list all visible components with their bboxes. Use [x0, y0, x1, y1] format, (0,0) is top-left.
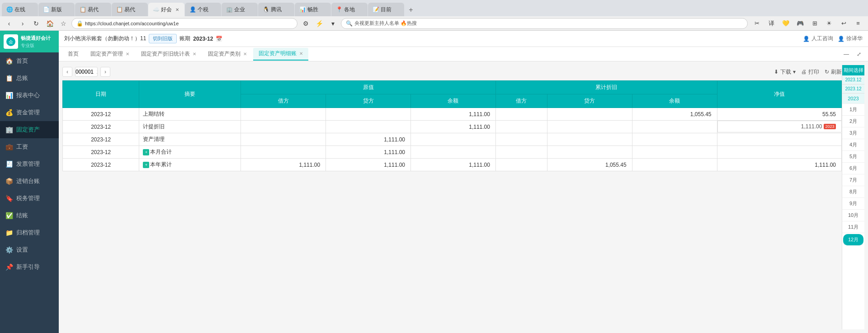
report-icon: 📊	[5, 92, 13, 99]
period-month-7[interactable]: 7月	[842, 174, 864, 186]
browser-tab-online[interactable]: 🌐 在线	[2, 3, 38, 16]
sidebar-item-reports[interactable]: 📊 报表中心	[0, 87, 59, 104]
dropdown-btn[interactable]: ▾	[327, 18, 338, 29]
company-info: 刘小艳演示账套（勿删勿动！）11 切到旧版 账期 2023-12 📅	[64, 34, 222, 43]
row2-orig-debit	[241, 121, 326, 133]
page-input[interactable]	[75, 67, 98, 77]
browser-tab-new[interactable]: 📄 新版	[38, 3, 75, 16]
search-bar[interactable]: 🔍 央视更新主持人名单 🔥热搜	[341, 18, 748, 29]
period-selected-end[interactable]: 2023.12	[842, 84, 864, 94]
th-original-value: 原值	[241, 81, 496, 94]
period-month-5[interactable]: 5月	[842, 151, 864, 163]
browser-tab-haokuai[interactable]: ☁️ 好会 ✕	[148, 3, 184, 16]
tab-home[interactable]: 首页	[62, 48, 84, 61]
browser-tab-muqian[interactable]: 📝 目前	[368, 3, 404, 16]
pagination-bar: ‹ › ⬇ 下载 ▾ 🖨 打印 ↻	[62, 65, 842, 80]
sidebar-item-fixed-assets[interactable]: 🏢 固定资产	[0, 121, 59, 138]
address-bar[interactable]: 🔒 https://cloud.chanjet.com/accounting/u…	[71, 18, 297, 29]
sidebar-item-close-period[interactable]: ✅ 结账	[0, 207, 59, 224]
game-icon[interactable]: 🎮	[794, 17, 807, 30]
search-icon: 🔍	[346, 20, 353, 27]
home-button[interactable]: 🏠	[44, 18, 55, 29]
period-month-1[interactable]: 1月	[842, 104, 864, 116]
print-button[interactable]: 🖨 打印	[801, 68, 819, 76]
translate-icon[interactable]: 译	[765, 17, 778, 30]
browser-tab-geshui[interactable]: 👤 个税	[185, 3, 221, 16]
tab-fixed-assets-mgmt[interactable]: 固定资产管理 ✕	[85, 48, 135, 61]
sidebar-item-general-ledger[interactable]: 📋 总账	[0, 70, 59, 87]
table-area: ‹ › ⬇ 下载 ▾ 🖨 打印 ↻	[62, 65, 842, 329]
row1-date: 2023-12	[63, 108, 139, 121]
browser-tab-chang[interactable]: 📊 畅胜	[295, 3, 331, 16]
back-button[interactable]: ‹	[4, 18, 14, 29]
tab-close-detail[interactable]: ✕	[299, 51, 303, 56]
bookmark-button[interactable]: ☆	[58, 18, 69, 29]
undo-icon[interactable]: ↩	[837, 17, 850, 30]
sidebar-item-archive[interactable]: 📁 归档管理	[0, 224, 59, 241]
period-month-6[interactable]: 6月	[842, 163, 864, 174]
th-accum-balance: 余额	[632, 94, 717, 108]
period-month-9[interactable]: 9月	[842, 198, 864, 210]
period-month-8[interactable]: 8月	[842, 186, 864, 198]
support-button[interactable]: 👤 人工咨询	[803, 35, 833, 42]
th-orig-credit: 贷方	[326, 94, 411, 108]
sidebar-item-payroll[interactable]: 💼 工资	[0, 138, 59, 155]
tab-fixed-assets-category[interactable]: 固定资产类别 ✕	[203, 48, 252, 61]
forward-button[interactable]: ›	[17, 18, 28, 29]
table-row: 2023-12 +本月合计 1,111.00	[63, 146, 842, 159]
refresh-button[interactable]: ↻ 刷新	[825, 68, 842, 76]
period-month-3[interactable]: 3月	[842, 127, 864, 139]
extension-icon[interactable]: ⚙	[300, 18, 311, 29]
tab-close-depreciation[interactable]: ✕	[193, 52, 196, 56]
user-info[interactable]: 👤 徐译华	[838, 35, 863, 42]
sidebar-item-settings[interactable]: ⚙️ 设置	[0, 241, 59, 258]
period-month-11[interactable]: 11月	[842, 221, 864, 233]
main-content: 刘小艳演示账套（勿删勿动！）11 切到旧版 账期 2023-12 📅 👤 人工咨…	[59, 31, 868, 333]
prev-page-button[interactable]: ‹	[62, 67, 72, 77]
browser-tab-yidai1[interactable]: 📋 易代	[75, 3, 111, 16]
tab-fixed-assets-detail[interactable]: 固定资产明细账 ✕	[253, 48, 308, 61]
sidebar-item-invoice[interactable]: 🧾 发票管理	[0, 155, 59, 173]
browser-tab-gedi[interactable]: 📍 各地	[331, 3, 368, 16]
table-row: 2023-12 +本年累计 1,111.00 1,111.00 1,111.00…	[63, 159, 842, 171]
download-button[interactable]: ⬇ 下载 ▾	[774, 68, 796, 76]
menu-icon[interactable]: ≡	[852, 17, 864, 30]
flash-icon[interactable]: ⚡	[314, 18, 325, 29]
next-page-button[interactable]: ›	[100, 67, 110, 77]
sidebar-item-tax[interactable]: 🔖 税务管理	[0, 190, 59, 207]
row1-orig-credit	[326, 108, 411, 121]
new-tab-button[interactable]: +	[405, 4, 417, 16]
tab-close-category[interactable]: ✕	[243, 52, 247, 56]
sidebar-item-funds[interactable]: 💰 资金管理	[0, 104, 59, 121]
period-year[interactable]: 2023	[842, 94, 864, 104]
row3-orig-balance	[411, 133, 496, 146]
maximize-tab-button[interactable]: ⤢	[854, 49, 864, 60]
browser-tab-yidai2[interactable]: 📋 易代	[112, 3, 148, 16]
minimize-tab-button[interactable]: —	[841, 49, 852, 60]
scissors-icon[interactable]: ✂	[750, 17, 763, 30]
tab-fixed-assets-depreciation[interactable]: 固定资产折旧统计表 ✕	[136, 48, 202, 61]
sun-icon[interactable]: ☀	[823, 17, 835, 30]
row5-summary: +本年累计	[139, 159, 241, 171]
period-month-2[interactable]: 2月	[842, 116, 864, 127]
period-selected-start[interactable]: 2023.12	[842, 75, 864, 84]
top-bar: 刘小艳演示账套（勿删勿动！）11 切到旧版 账期 2023-12 📅 👤 人工咨…	[59, 31, 868, 47]
grid-icon[interactable]: ⊞	[808, 17, 821, 30]
browser-tab-tengxun[interactable]: 🐧 腾讯	[258, 3, 294, 16]
reload-button[interactable]: ↻	[31, 18, 42, 29]
row2-accum-debit	[495, 121, 547, 133]
period-month-4[interactable]: 4月	[842, 139, 864, 151]
sidebar-item-home[interactable]: 🏠 首页	[0, 52, 59, 70]
switch-version-button[interactable]: 切到旧版	[149, 34, 177, 43]
tab-close-haokuai[interactable]: ✕	[175, 7, 179, 12]
period-month-12[interactable]: 12月	[843, 234, 863, 246]
tab-icon-muqian: 📝	[373, 6, 379, 13]
tab-icon-new: 📄	[43, 6, 49, 13]
period-month-10[interactable]: 10月	[842, 210, 864, 221]
sidebar-item-purchase-sales[interactable]: 📦 进销台账	[0, 173, 59, 190]
browser-tab-qiye[interactable]: 🏢 企业	[222, 3, 258, 16]
row5-orig-balance: 1,111.00	[411, 159, 496, 171]
tab-close-fixed-mgmt[interactable]: ✕	[126, 52, 129, 56]
sidebar-item-guide[interactable]: 📌 新手引导	[0, 258, 59, 276]
wallet-icon[interactable]: 💛	[779, 17, 792, 30]
